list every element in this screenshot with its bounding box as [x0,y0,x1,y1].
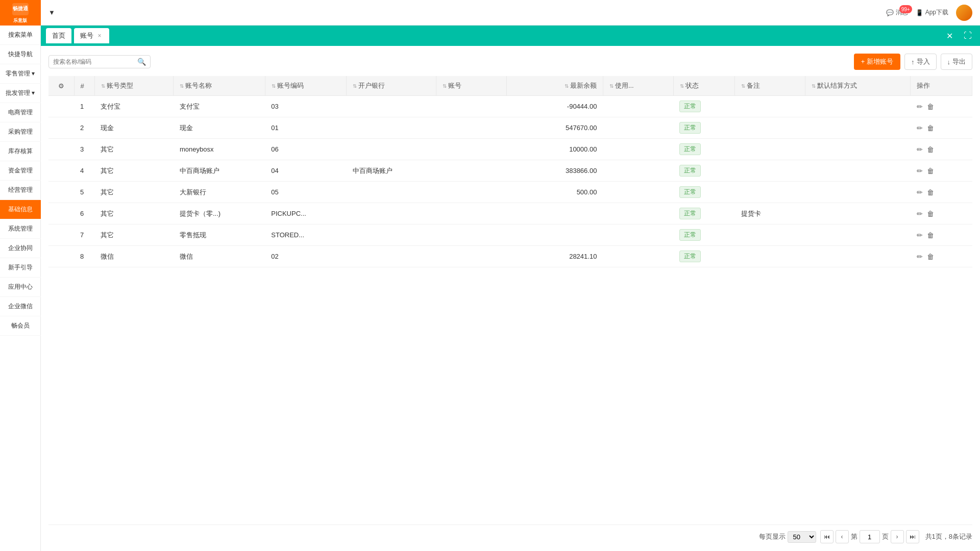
page-suffix: 页 [882,532,889,541]
row-balance-3: 383866.00 [506,160,603,182]
row-name-4: 大新银行 [174,182,265,203]
sidebar-item-7[interactable]: 资金管理 [0,161,41,181]
row-usage-7 [603,246,673,267]
delete-btn-6[interactable]: 🗑 [927,231,934,239]
edit-btn-5[interactable]: ✏ [917,210,923,218]
search-icon[interactable]: 🔍 [137,58,146,66]
delete-btn-2[interactable]: 🗑 [927,145,934,154]
sidebar-item-14[interactable]: 企业微信 [0,297,41,316]
col-account-header[interactable]: ⇅账号 [436,76,506,96]
row-setting-6 [48,224,74,246]
sidebar-item-3[interactable]: 批发管理 ▾ [0,84,41,103]
main-area: ▼ 💬 消息 99+ 📱 App下载 首页 账号 × [41,0,980,551]
company-name: ▼ [48,9,55,16]
sidebar-item-8[interactable]: 经营管理 [0,181,41,200]
export-button[interactable]: ↓ 导出 [941,54,973,70]
row-account-1 [436,117,506,139]
edit-btn-6[interactable]: ✏ [917,231,923,239]
delete-btn-1[interactable]: 🗑 [927,124,934,132]
sidebar-item-15[interactable]: 畅会员 [0,316,41,336]
page-size-select[interactable]: 50 100 200 [788,531,816,543]
toolbar: 🔍 + 新增账号 ↑ 导入 ↓ 导出 [48,54,972,70]
col-setting[interactable]: ⚙ [48,76,74,96]
search-input[interactable] [53,58,137,65]
tab-close-icon[interactable]: ✕ [942,29,957,43]
row-num-4: 5 [74,182,94,203]
row-bank-0 [347,96,436,117]
message-icon: 💬 [886,9,894,16]
row-balance-0: -90444.00 [506,96,603,117]
delete-btn-5[interactable]: 🗑 [927,210,934,218]
page-next-btn[interactable]: › [891,530,904,543]
row-status-3: 正常 [673,160,735,182]
sidebar-item-9[interactable]: 基础信息 [0,200,41,219]
row-num-6: 7 [74,224,94,246]
row-note-4 [735,182,805,203]
page-prev-btn[interactable]: ‹ [836,530,849,543]
app-download-button[interactable]: 📱 App下载 [916,8,948,17]
col-usage-header[interactable]: ⇅使用... [603,76,673,96]
tab-accounts[interactable]: 账号 × [74,28,109,43]
delete-btn-7[interactable]: 🗑 [927,253,934,261]
page-first-btn[interactable]: ⏮ [820,530,834,543]
col-code-header[interactable]: ⇅账号编码 [265,76,346,96]
table-row: 5 其它 大新银行 05 500.00 正常 ✏ 🗑 [48,182,972,203]
col-type-header[interactable]: ⇅账号类型 [94,76,174,96]
row-usage-2 [603,139,673,160]
edit-btn-7[interactable]: ✏ [917,253,923,261]
delete-btn-3[interactable]: 🗑 [927,167,934,175]
edit-btn-1[interactable]: ✏ [917,124,923,132]
col-bank-header[interactable]: ⇅开户银行 [347,76,436,96]
row-type-7: 微信 [94,246,174,267]
tab-expand-icon[interactable]: ⛶ [961,29,975,43]
edit-btn-0[interactable]: ✏ [917,103,923,111]
add-account-button[interactable]: + 新增账号 [854,54,900,70]
row-bank-4 [347,182,436,203]
delete-btn-0[interactable]: 🗑 [927,103,934,111]
user-avatar[interactable] [956,5,972,21]
sidebar-item-4[interactable]: 电商管理 [0,103,41,122]
row-type-1: 现金 [94,117,174,139]
row-bank-3: 中百商场账户 [347,160,436,182]
row-code-4: 05 [265,182,346,203]
delete-btn-4[interactable]: 🗑 [927,188,934,196]
page-nav: ⏮ ‹ 第 页 › ⏭ 共1页，8条记录 [820,530,972,543]
sidebar-item-0[interactable]: 搜索菜单 [0,26,41,45]
row-bank-6 [347,224,436,246]
message-badge: 99+ [899,5,912,13]
row-default-1 [805,117,911,139]
tabbar-right: ✕ ⛶ [942,29,975,43]
sidebar-item-13[interactable]: 应用中心 [0,278,41,297]
import-button[interactable]: ↑ 导入 [904,54,937,70]
sidebar-item-5[interactable]: 采购管理 [0,122,41,142]
company-dropdown[interactable]: ▼ [48,9,55,16]
page-size-control: 每页显示 50 100 200 [759,531,816,543]
col-default-header[interactable]: ⇅默认结算方式 [805,76,911,96]
tab-accounts-close[interactable]: × [96,32,103,39]
app-logo: 畅捷通 乐意版 [0,0,41,26]
edit-btn-2[interactable]: ✏ [917,145,923,154]
row-account-6 [436,224,506,246]
page-last-btn[interactable]: ⏭ [906,530,919,543]
row-num-1: 2 [74,117,94,139]
sidebar-item-1[interactable]: 快捷导航 [0,45,41,64]
sidebar-item-11[interactable]: 企业协同 [0,239,41,258]
col-name-header[interactable]: ⇅账号名称 [174,76,265,96]
row-note-7 [735,246,805,267]
col-status-header[interactable]: ⇅状态 [673,76,735,96]
col-note-header[interactable]: ⇅备注 [735,76,805,96]
sidebar-item-12[interactable]: 新手引导 [0,258,41,278]
message-button[interactable]: 💬 消息 99+ [886,8,908,17]
edit-btn-4[interactable]: ✏ [917,188,923,196]
sidebar-item-6[interactable]: 库存核算 [0,142,41,161]
col-balance-header[interactable]: ⇅最新余额 [506,76,603,96]
edit-btn-3[interactable]: ✏ [917,167,923,175]
row-bank-2 [347,139,436,160]
sidebar-item-10[interactable]: 系统管理 [0,219,41,239]
search-box[interactable]: 🔍 [48,55,151,68]
tab-home[interactable]: 首页 [46,28,71,43]
sidebar-item-2[interactable]: 零售管理 ▾ [0,64,41,84]
page-input[interactable] [860,530,880,543]
topbar-left: ▼ [48,9,55,16]
row-name-3: 中百商场账户 [174,160,265,182]
